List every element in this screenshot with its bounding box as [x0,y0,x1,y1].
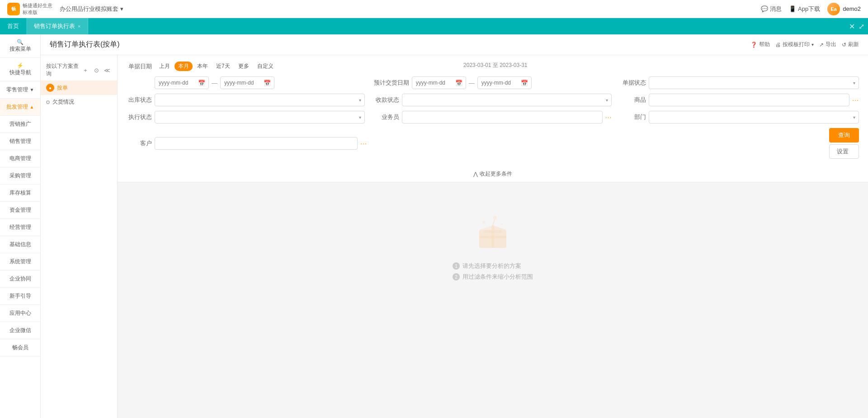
app-selector[interactable]: 办公用品行业模拟账套 ▾ [56,3,127,15]
date-tabs: 上月 本月 本年 近7天 更多 自定义 [156,62,277,71]
date-tab-prev-month[interactable]: 上月 [156,62,174,71]
date-range-text: 2023-03-01 至 2023-03-31 [463,62,527,69]
date-end-wrapper: 📅 [220,76,274,89]
message-button[interactable]: 💬 消息 [761,5,782,13]
sidebar-item-basic[interactable]: 基础信息 [0,236,40,253]
date-tab-current-year[interactable]: 本年 [193,62,212,71]
svg-point-7 [493,216,497,219]
sidebar-item-marketing[interactable]: 营销推广 [0,116,40,133]
delivery-end-wrapper: 📅 [477,76,532,89]
scheme-inactive-icon [46,100,50,104]
date-start-input[interactable] [155,76,209,89]
empty-hint-2: 2 用过滤条件来缩小分析范围 [453,273,533,281]
settings-button[interactable]: 设置 [829,144,859,159]
logo-icon: 畅 [7,3,20,15]
expand-icon[interactable]: ⤢ [859,22,864,31]
dept-select-wrapper: ▾ [649,111,859,124]
receipt-status-select-wrapper: ▾ [402,94,612,106]
delivery-start-wrapper: 📅 [412,76,466,89]
user-info[interactable]: Ea demo2 [827,3,861,15]
delivery-end-input[interactable] [477,76,532,89]
date-tab-more[interactable]: 更多 [235,62,253,71]
salesperson-label: 业务员 [374,113,399,121]
doc-status-select[interactable] [649,76,859,89]
goods-input[interactable] [649,94,849,106]
filter-receipt-status: 收款状态 ▾ [374,94,612,106]
sidebar: 🔍 搜索菜单 ⚡ 快捷导航 零售管理 ▼ 批发管理 ▲ 营销推广 销售管理 电商… [0,34,41,418]
svg-rect-5 [479,236,506,238]
query-button[interactable]: 查询 [829,128,859,142]
exec-status-select[interactable] [155,111,365,124]
doc-status-select-wrapper: ▾ [649,76,859,89]
logo-text: 畅捷通好生意 标准版 [23,2,52,15]
salesperson-input[interactable] [402,111,603,124]
out-status-select[interactable] [155,94,365,106]
filter-date-range: 2023-03-01 至 2023-03-31 [463,62,859,69]
filter-expected-delivery: 预计交货日期 📅 — 📅 [374,76,612,89]
sidebar-item-ecommerce[interactable]: 电商管理 [0,150,40,167]
export-button[interactable]: ↗ 导出 [819,41,836,48]
svg-point-9 [501,223,503,225]
left-panel-actions: + ⊙ ≪ [81,66,112,75]
sidebar-item-appstore[interactable]: 应用中心 [0,305,40,322]
hint-num-1: 1 [453,262,460,270]
main-layout: 🔍 搜索菜单 ⚡ 快捷导航 零售管理 ▼ 批发管理 ▲ 营销推广 销售管理 电商… [0,34,868,418]
sidebar-item-operations[interactable]: 经营管理 [0,219,40,236]
print-button[interactable]: 🖨 按模板打印 ▾ [775,41,814,48]
hint-num-2: 2 [453,273,460,280]
exec-status-label: 执行状态 [127,113,152,121]
out-status-select-wrapper: ▾ [155,94,365,106]
sidebar-item-enterprise[interactable]: 企业协同 [0,271,40,288]
date-field-label: 单据日期 [127,62,152,71]
dept-select[interactable] [649,111,859,124]
sidebar-item-member[interactable]: 畅会员 [0,339,40,356]
tab-sales-order[interactable]: 销售订单执行表 × [27,18,88,34]
close-window-icon[interactable]: ✕ [849,22,855,31]
sidebar-item-sales[interactable]: 销售管理 [0,133,40,150]
date-start-wrapper: 📅 [155,76,209,89]
sidebar-item-shortcut[interactable]: ⚡ 快捷导航 [0,58,40,81]
sidebar-item-wechat[interactable]: 企业微信 [0,322,40,339]
chevron-down-icon: ▾ [120,5,123,12]
refresh-button[interactable]: ↺ 刷新 [842,41,859,48]
sidebar-item-inventory[interactable]: 库存核算 [0,185,40,202]
salesperson-more-button[interactable]: ··· [605,114,612,121]
top-bar-right: 💬 消息 📱 App下载 Ea demo2 [761,3,861,15]
goods-more-button[interactable]: ··· [852,96,859,104]
filter-area: 单据日期 上月 本月 本年 近7天 更多 自定义 2023-03-0 [118,55,868,166]
collapse-panel-button[interactable]: ≪ [103,66,112,75]
expected-delivery-label: 预计交货日期 [374,79,409,87]
add-scheme-button[interactable]: + [81,66,90,75]
top-bar-left: 畅 畅捷通好生意 标准版 办公用品行业模拟账套 ▾ [7,2,127,15]
download-button[interactable]: 📱 App下载 [789,5,820,13]
customer-input[interactable] [155,137,358,150]
sidebar-item-finance[interactable]: 资金管理 [0,202,40,219]
collapse-button[interactable]: ⋀ 收起更多条件 [468,169,518,179]
main-panel: 单据日期 上月 本月 本年 近7天 更多 自定义 2023-03-0 [118,55,868,418]
filter-date-group: 单据日期 上月 本月 本年 近7天 更多 自定义 [127,62,456,71]
date-separator: — [212,80,217,86]
date-end-input[interactable] [220,76,274,89]
help-button[interactable]: ❓ 帮助 [750,41,770,48]
date-tab-last7[interactable]: 近7天 [212,62,234,71]
sidebar-item-retail[interactable]: 零售管理 ▼ [0,81,40,99]
download-icon: 📱 [789,5,796,12]
scheme-item-order-exec[interactable]: ● 按单 [41,81,117,95]
customer-more-button[interactable]: ··· [360,140,367,147]
sidebar-item-system[interactable]: 系统管理 [0,253,40,271]
tab-close-icon[interactable]: × [78,24,80,29]
scheme-item-debt[interactable]: 欠货情况 [41,95,117,109]
sidebar-item-search[interactable]: 🔍 搜索菜单 [0,34,40,58]
delivery-start-input[interactable] [412,76,466,89]
sidebar-item-newbie[interactable]: 新手引导 [0,288,40,305]
receipt-status-select[interactable] [402,94,612,106]
filter-grid-row4: 客户 ··· 查询 设置 [127,128,859,159]
sidebar-item-wholesale[interactable]: 批发管理 ▲ [0,99,40,116]
sidebar-item-purchase[interactable]: 采购管理 [0,167,40,185]
page-header: 销售订单执行表(按单) ❓ 帮助 🖨 按模板打印 ▾ ↗ 导出 ↺ 刷新 [41,34,868,55]
date-tab-current-month[interactable]: 本月 [175,62,193,71]
tab-home[interactable]: 首页 [0,18,27,34]
query-buttons: 查询 设置 [829,128,859,159]
date-tab-custom[interactable]: 自定义 [254,62,277,71]
settings-scheme-button[interactable]: ⊙ [92,66,101,75]
